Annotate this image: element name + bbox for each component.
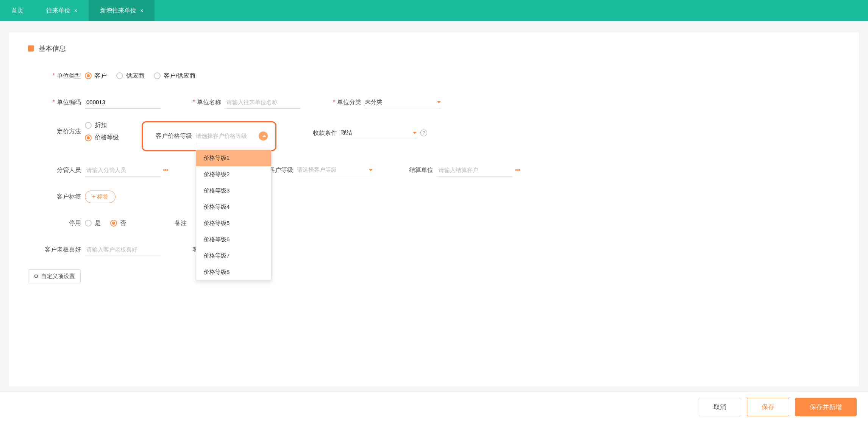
radio-both[interactable]: 客户/供应商 <box>154 72 195 80</box>
chevron-down-icon <box>369 169 373 171</box>
label-disabled: 停用 <box>43 219 81 227</box>
radio-yes[interactable]: 是 <box>85 219 101 227</box>
radio-price-level[interactable]: 价格等级 <box>85 134 119 142</box>
payment-terms-select[interactable]: 现结 <box>341 127 417 139</box>
label-remark: 备注 <box>149 219 187 227</box>
cancel-button[interactable]: 取消 <box>699 398 741 416</box>
tab-label: 新增往来单位 <box>100 7 136 15</box>
gear-icon: ⚙ <box>34 273 39 279</box>
label-customer-tag: 客户标签 <box>43 193 81 201</box>
add-tag-button[interactable]: + 标签 <box>85 191 116 203</box>
dropdown-option[interactable]: 价格等级3 <box>196 183 271 199</box>
footer-actions: 取消 保存 保存并新增 <box>0 392 868 420</box>
dropdown-option[interactable]: 价格等级6 <box>196 231 271 248</box>
tab-label: 首页 <box>11 7 23 15</box>
chevron-down-icon <box>413 132 417 134</box>
label-boss-preference: 客户老板喜好 <box>43 246 81 254</box>
dropdown-option[interactable]: 价格等级4 <box>196 199 271 215</box>
help-icon[interactable]: ? <box>420 130 427 136</box>
tab-home[interactable]: 首页 <box>0 0 35 21</box>
settlement-unit-input[interactable] <box>437 164 513 177</box>
radio-icon <box>116 72 123 79</box>
tab-bar: 首页 往来单位 × 新增往来单位 × <box>0 0 868 21</box>
radio-icon <box>154 72 161 79</box>
section-header: 基本信息 <box>28 44 840 53</box>
radio-no[interactable]: 否 <box>110 219 126 227</box>
price-level-select[interactable]: 请选择客户价格等级 <box>196 129 268 143</box>
radio-icon <box>85 220 92 227</box>
label-unit-name: *单位名称 <box>183 98 221 106</box>
note-icon <box>28 45 34 52</box>
label-unit-code: *单位编码 <box>43 98 81 106</box>
manager-input[interactable] <box>85 164 161 177</box>
more-icon[interactable]: ••• <box>163 167 168 173</box>
plus-icon: + <box>92 193 95 200</box>
radio-supplier[interactable]: 供应商 <box>116 72 144 80</box>
label-payment-terms: 收款条件 <box>299 129 337 137</box>
custom-settings-button[interactable]: ⚙ 自定义项设置 <box>28 269 81 283</box>
dropdown-option[interactable]: 价格等级2 <box>196 166 271 183</box>
dropdown-option[interactable]: 价格等级1 <box>196 150 271 166</box>
save-button[interactable]: 保存 <box>747 398 789 416</box>
tab-contacts[interactable]: 往来单位 × <box>35 0 89 21</box>
label-unit-type: *单位类型 <box>43 72 81 80</box>
customer-level-select[interactable]: 请选择客户等级 <box>297 164 373 176</box>
price-level-dropdown: 价格等级1 价格等级2 价格等级3 价格等级4 价格等级5 价格等级6 价格等级… <box>196 150 272 281</box>
chevron-up-icon <box>259 131 268 141</box>
unit-code-input[interactable] <box>85 96 161 109</box>
label-price-level: 客户价格等级 <box>147 132 192 140</box>
form-panel: 基本信息 *单位类型 客户 供应商 客户/供应商 <box>9 33 859 386</box>
dropdown-option[interactable]: 价格等级8 <box>196 264 271 280</box>
unit-category-select[interactable]: 未分类 <box>365 96 441 108</box>
radio-icon <box>110 220 117 227</box>
label-pricing-method: 定价方法 <box>43 128 81 136</box>
label-manager: 分管人员 <box>43 166 81 174</box>
label-settlement-unit: 结算单位 <box>395 166 433 174</box>
radio-discount[interactable]: 折扣 <box>85 121 119 129</box>
boss-preference-input[interactable] <box>85 243 161 256</box>
more-icon[interactable]: ••• <box>515 167 520 173</box>
unit-name-input[interactable] <box>225 96 301 109</box>
save-and-new-button[interactable]: 保存并新增 <box>795 398 857 416</box>
tab-new-contact[interactable]: 新增往来单位 × <box>89 0 155 21</box>
dropdown-option[interactable]: 价格等级7 <box>196 248 271 264</box>
close-icon[interactable]: × <box>74 8 77 14</box>
dropdown-option[interactable]: 价格等级5 <box>196 215 271 231</box>
price-level-field-highlight: 客户价格等级 请选择客户价格等级 <box>142 121 276 151</box>
tab-label: 往来单位 <box>46 7 70 15</box>
radio-icon <box>85 134 92 141</box>
radio-customer[interactable]: 客户 <box>85 72 107 80</box>
close-icon[interactable]: × <box>140 8 143 14</box>
radio-icon <box>85 122 92 129</box>
section-title: 基本信息 <box>39 44 66 53</box>
chevron-down-icon <box>437 101 441 103</box>
label-unit-category: *单位分类 <box>323 98 361 106</box>
radio-icon <box>85 72 92 79</box>
